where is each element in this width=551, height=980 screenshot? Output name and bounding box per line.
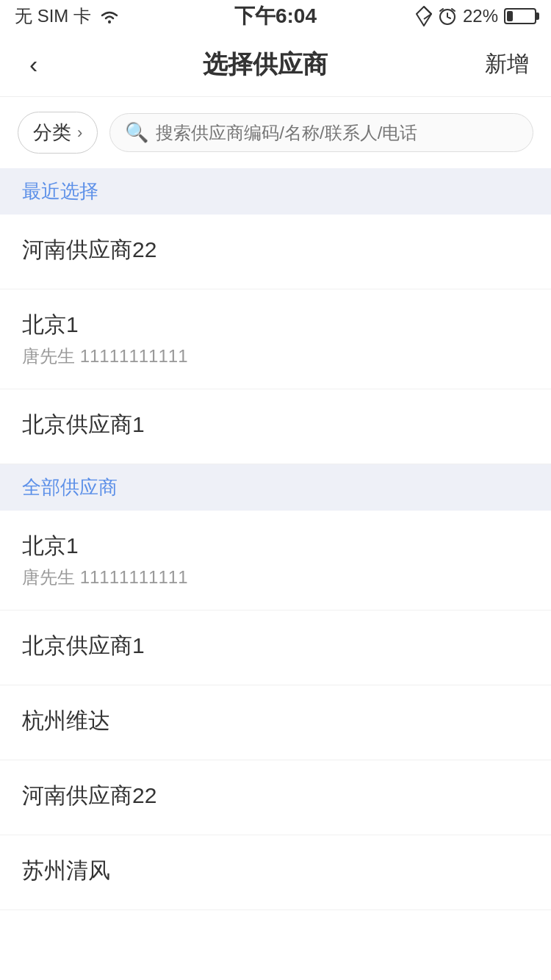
location-icon — [416, 6, 432, 26]
list-item-a5[interactable]: 苏州清风 — [0, 835, 551, 910]
list-item-a1[interactable]: 北京1唐先生 11111111111 — [0, 511, 551, 610]
section-header-all: 全部供应商 — [0, 464, 551, 511]
item-name-a1: 北京1 — [22, 531, 529, 561]
status-time: 下午6:04 — [234, 2, 317, 30]
status-left: 无 SIM 卡 — [15, 4, 120, 28]
item-detail-a1: 唐先生 11111111111 — [22, 566, 529, 589]
section-header-text-all: 全部供应商 — [22, 476, 118, 498]
list-item-r1[interactable]: 河南供应商22 — [0, 215, 551, 289]
page-title: 选择供应商 — [203, 48, 328, 82]
list-item-r2[interactable]: 北京1唐先生 11111111111 — [0, 289, 551, 389]
search-input[interactable] — [156, 123, 518, 143]
category-label: 分类 — [33, 120, 71, 145]
list-item-r3[interactable]: 北京供应商1 — [0, 389, 551, 464]
status-right: 22% — [416, 6, 536, 26]
category-button[interactable]: 分类 › — [18, 112, 98, 154]
battery-percent: 22% — [463, 6, 498, 26]
nav-bar: ‹ 选择供应商 新增 — [0, 32, 551, 97]
item-name-r3: 北京供应商1 — [22, 410, 529, 440]
search-box[interactable]: 🔍 — [109, 113, 533, 152]
sim-label: 无 SIM 卡 — [15, 4, 91, 28]
alarm-icon — [438, 7, 457, 26]
list-item-a2[interactable]: 北京供应商1 — [0, 610, 551, 685]
battery-icon — [504, 8, 536, 24]
item-name-r2: 北京1 — [22, 310, 529, 340]
sections-container: 最近选择河南供应商22北京1唐先生 11111111111北京供应商1全部供应商… — [0, 168, 551, 910]
battery-fill — [507, 11, 513, 21]
item-name-a2: 北京供应商1 — [22, 631, 529, 661]
item-detail-r2: 唐先生 11111111111 — [22, 345, 529, 368]
status-bar: 无 SIM 卡 下午6:04 22% — [0, 0, 551, 32]
item-name-a4: 河南供应商22 — [22, 781, 529, 811]
item-name-a5: 苏州清风 — [22, 856, 529, 886]
section-header-text-recent: 最近选择 — [22, 180, 98, 202]
back-button[interactable]: ‹ — [22, 43, 45, 86]
wifi-icon — [98, 8, 120, 24]
svg-point-0 — [108, 21, 111, 24]
list-item-a3[interactable]: 杭州维达 — [0, 685, 551, 760]
section-header-recent: 最近选择 — [0, 168, 551, 215]
search-icon: 🔍 — [125, 121, 148, 144]
item-name-r1: 河南供应商22 — [22, 235, 529, 265]
filter-bar: 分类 › 🔍 — [0, 97, 551, 168]
new-action-button[interactable]: 新增 — [485, 49, 529, 79]
chevron-right-icon: › — [77, 123, 82, 143]
item-name-a3: 杭州维达 — [22, 706, 529, 736]
list-item-a4[interactable]: 河南供应商22 — [0, 760, 551, 835]
